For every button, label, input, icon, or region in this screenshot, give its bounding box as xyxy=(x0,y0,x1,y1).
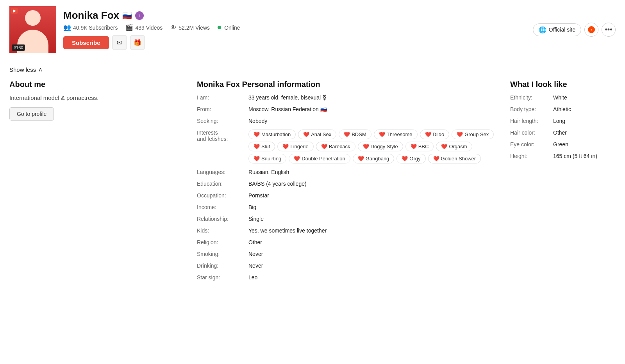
info-row-relationship: Relationship: Single xyxy=(197,216,495,222)
globe-icon: 🌐 xyxy=(539,26,546,34)
label-smoking: Smoking: xyxy=(197,251,244,257)
value-seeking: Nobody xyxy=(248,118,267,124)
header: ▶ #160 Monika Fox 🇷🇺 ♀ 👥 40.9K Subscribe… xyxy=(0,0,625,58)
info-row-income: Income: Big xyxy=(197,204,495,210)
looks-row-haircolor: Hair color: Other xyxy=(510,130,616,136)
value-occupation: Pornstar xyxy=(248,192,269,199)
value-kids: Yes, we sometimes live together xyxy=(248,227,327,234)
personal-info-title: Monika Fox Personal information xyxy=(197,80,495,89)
label-interests: Interestsand fetishes: xyxy=(197,130,244,142)
value-eyecolor: Green xyxy=(553,141,568,147)
profile-name: Monika Fox xyxy=(63,9,119,21)
heart-icon: ❤️ xyxy=(254,156,260,162)
value-iam: 33 years old, female, bisexual ⚧ xyxy=(248,94,327,101)
value-starsign: Leo xyxy=(248,274,257,281)
interest-tag: ❤️ BDSM xyxy=(339,130,371,139)
interest-tag: ❤️ Threesome xyxy=(374,130,418,139)
content-grid: About me International model & pornactre… xyxy=(9,80,616,286)
about-section: About me International model & pornactre… xyxy=(9,80,185,286)
label-languages: Languages: xyxy=(197,169,244,175)
label-hairlength: Hair length: xyxy=(510,118,549,124)
label-bodytype: Body type: xyxy=(510,106,549,112)
chevron-up-icon: ∧ xyxy=(38,66,43,73)
info-row-languages: Languages: Russian, English xyxy=(197,169,495,175)
heart-icon: ❤️ xyxy=(433,156,439,162)
label-starsign: Star sign: xyxy=(197,274,244,281)
more-options-button[interactable]: ••• xyxy=(602,23,616,37)
interest-tag: ❤️ Doggy Style xyxy=(358,142,403,151)
value-drinking: Never xyxy=(248,263,263,269)
info-row-occupation: Occupation: Pornstar xyxy=(197,192,495,199)
value-height: 165 cm (5 ft 64 in) xyxy=(553,153,597,159)
heart-icon: ❤️ xyxy=(363,144,369,149)
label-height: Height: xyxy=(510,153,549,159)
interest-tag: ❤️ BBC xyxy=(405,142,434,151)
subscribers-icon: 👥 xyxy=(63,24,71,31)
online-dot xyxy=(218,26,221,29)
value-bodytype: Athletic xyxy=(553,106,571,112)
gift-button[interactable]: 🎁 xyxy=(130,35,145,50)
heart-icon: ❤️ xyxy=(294,156,300,162)
label-income: Income: xyxy=(197,204,244,210)
interest-tag: ❤️ Double Penetration xyxy=(289,154,350,163)
reddit-button[interactable]: r xyxy=(584,23,598,37)
avatar-wrap: ▶ #160 xyxy=(9,6,56,53)
heart-icon: ❤️ xyxy=(344,131,350,137)
info-row-interests: Interestsand fetishes: ❤️ Masturbation❤️… xyxy=(197,130,495,163)
label-kids: Kids: xyxy=(197,227,244,234)
label-iam: I am: xyxy=(197,94,244,101)
views-icon: 👁 xyxy=(170,24,177,31)
interest-tag: ❤️ Gangbang xyxy=(353,154,395,163)
personal-info-section: Monika Fox Personal information I am: 33… xyxy=(185,80,506,286)
value-from: Moscow, Russian Federation 🇷🇺 xyxy=(248,106,327,112)
official-site-button[interactable]: 🌐 Official site xyxy=(533,23,581,36)
heart-icon: ❤️ xyxy=(402,156,408,162)
value-religion: Other xyxy=(248,239,262,245)
views-stat: 👁 52.2M Views xyxy=(170,24,210,31)
label-ethnicity: Ethnicity: xyxy=(510,94,549,101)
profile-info: Monika Fox 🇷🇺 ♀ 👥 40.9K Subscribers 🎬 43… xyxy=(63,9,240,50)
about-description: International model & pornactress. xyxy=(9,94,177,101)
info-row-starsign: Star sign: Leo xyxy=(197,274,495,281)
info-row-smoking: Smoking: Never xyxy=(197,251,495,257)
info-row-religion: Religion: Other xyxy=(197,239,495,245)
looks-row-bodytype: Body type: Athletic xyxy=(510,106,616,112)
gender-badge-icon: ♀ xyxy=(135,11,144,20)
value-relationship: Single xyxy=(248,216,264,222)
looks-row-height: Height: 165 cm (5 ft 64 in) xyxy=(510,153,616,159)
looks-row-ethnicity: Ethnicity: White xyxy=(510,94,616,101)
label-occupation: Occupation: xyxy=(197,192,244,199)
show-less-button[interactable]: Show less ∧ xyxy=(9,66,43,73)
info-row-iam: I am: 33 years old, female, bisexual ⚧ xyxy=(197,94,495,101)
value-smoking: Never xyxy=(248,251,263,257)
interest-tag: ❤️ Anal Sex xyxy=(298,130,336,139)
value-haircolor: Other xyxy=(553,130,567,136)
go-to-profile-button[interactable]: Go to profile xyxy=(9,107,54,121)
heart-icon: ❤️ xyxy=(411,144,417,149)
value-education: BA/BS (4 years college) xyxy=(248,181,307,187)
info-row-seeking: Seeking: Nobody xyxy=(197,118,495,124)
top-right-actions: 🌐 Official site r ••• xyxy=(533,23,616,37)
interest-tag: ❤️ Bareback xyxy=(316,142,355,151)
value-hairlength: Long xyxy=(553,118,565,124)
label-from: From: xyxy=(197,106,244,112)
heart-icon: ❤️ xyxy=(441,144,447,149)
heart-icon: ❤️ xyxy=(254,131,260,137)
videos-stat: 🎬 439 Videos xyxy=(125,24,162,31)
live-badge: ▶ xyxy=(11,8,18,14)
heart-icon: ❤️ xyxy=(303,131,309,137)
looks-section: What I look like Ethnicity: White Body t… xyxy=(506,80,616,286)
subscribe-button[interactable]: Subscribe xyxy=(63,36,109,49)
interest-tag: ❤️ Dildo xyxy=(420,130,450,139)
heart-icon: ❤️ xyxy=(282,144,289,149)
label-seeking: Seeking: xyxy=(197,118,244,124)
info-row-kids: Kids: Yes, we sometimes live together xyxy=(197,227,495,234)
label-drinking: Drinking: xyxy=(197,263,244,269)
interest-tag: ❤️ Masturbation xyxy=(248,130,296,139)
message-button[interactable]: ✉ xyxy=(112,35,127,50)
heart-icon: ❤️ xyxy=(254,144,260,149)
label-education: Education: xyxy=(197,181,244,187)
interest-tag: ❤️ Slut xyxy=(248,142,275,151)
about-title: About me xyxy=(9,80,177,89)
heart-icon: ❤️ xyxy=(358,156,364,162)
